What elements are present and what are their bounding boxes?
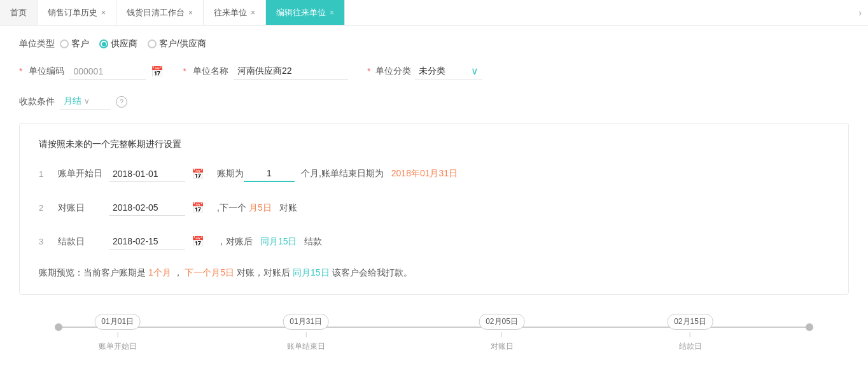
payment-terms-label: 收款条件 (19, 96, 55, 108)
period-row-2-num: 2 (39, 203, 58, 213)
radio-supplier[interactable]: 供应商 (99, 38, 137, 50)
preview-mid2: 对账，对账后 (237, 267, 290, 278)
timeline-point-1-tick (117, 332, 118, 337)
period-row-1-date[interactable] (109, 166, 185, 182)
period-row-2-label: 对账日 (58, 202, 109, 214)
tab-expand-button[interactable]: › (852, 0, 868, 25)
payment-terms-value: 月结 (64, 95, 81, 107)
timeline-point-2: 01月31日 账单结束日 (283, 314, 329, 352)
period-row-1-highlight-date: 2018年01月31日 (391, 168, 458, 179)
preview-mid1: ， (174, 267, 183, 278)
unit-code-input[interactable] (69, 64, 146, 80)
period-row-3-cal-icon[interactable]: 📅 (192, 236, 204, 248)
preview-part2: 下一个月5日 (185, 267, 234, 278)
payment-terms-group: 收款条件 月结 ∨ ? (19, 93, 127, 110)
timeline-point-4-date: 02月15日 (667, 314, 713, 330)
payment-terms-select[interactable]: 月结 ∨ (60, 93, 111, 110)
unit-type-label: 单位类型 (19, 38, 55, 50)
unit-details-row: * 单位编码 📅 * 单位名称 * 单位分类 未分类 ∨ (19, 62, 849, 80)
radio-customer-circle (60, 39, 69, 48)
timeline-point-4-tick (690, 332, 690, 337)
radio-customer[interactable]: 客户 (60, 38, 89, 50)
radio-both[interactable]: 客户/供应商 (148, 38, 206, 50)
timeline-point-4: 02月15日 结款日 (667, 314, 713, 352)
help-icon[interactable]: ? (116, 96, 127, 108)
timeline: 01月01日 账单开始日 01月31日 账单结束日 02月05日 对账日 02月… (57, 314, 811, 365)
unit-category-group: * 单位分类 未分类 ∨ (367, 62, 482, 80)
period-row-2-cal-icon[interactable]: 📅 (192, 202, 204, 214)
payment-terms-row: 收款条件 月结 ∨ ? (19, 93, 849, 110)
unit-category-label: 单位分类 (375, 66, 411, 77)
expand-icon: › (858, 8, 862, 18)
radio-supplier-label: 供应商 (111, 38, 137, 50)
period-row-3-num: 3 (39, 237, 58, 246)
tab-sales-history[interactable]: 销售订单历史 × (38, 0, 116, 25)
preview-part1: 1个月 (148, 267, 171, 278)
unit-category-star: * (367, 66, 370, 76)
preview-suffix: 该客户会给我打款。 (332, 267, 412, 278)
preview-text: 账期预览：当前客户账期是 1个月 ， 下一个月5日 对账，对账后 同月15日 该… (39, 267, 829, 279)
tab-edit-partner-close[interactable]: × (330, 8, 334, 17)
unit-code-group: * 单位编码 📅 (19, 64, 164, 80)
unit-category-value: 未分类 (419, 66, 445, 77)
unit-code-star: * (19, 66, 22, 76)
timeline-point-3: 02月05日 对账日 (479, 314, 525, 352)
period-months-input[interactable] (244, 165, 295, 182)
period-box: 请按照未来的一个完整帐期进行设置 1 账单开始日 📅 账期为 个月,账单结束日期… (19, 123, 849, 295)
tab-cash-work-close[interactable]: × (188, 8, 193, 17)
timeline-point-4-label: 结款日 (679, 341, 702, 352)
timeline-dot-left (55, 323, 62, 331)
payment-terms-arrow: ∨ (84, 97, 90, 106)
unit-name-group: * 单位名称 (183, 64, 347, 80)
period-row-3-post: 结款 (304, 236, 322, 248)
timeline-point-1-date: 01月01日 (94, 314, 141, 330)
radio-both-label: 客户/供应商 (159, 38, 206, 50)
period-row-1-suffix-pre: 账期为 (217, 168, 244, 179)
tab-cash-work[interactable]: 钱货日清工作台 × (116, 0, 204, 25)
period-row-1-num: 1 (39, 169, 58, 179)
period-row-1-suffix: 账期为 (217, 168, 244, 179)
period-row-2-highlight: 月5日 (249, 202, 272, 214)
tab-edit-partner-label: 编辑往来单位 (276, 7, 326, 18)
unit-category-select[interactable]: 未分类 ∨ (415, 62, 482, 80)
tab-bar: 首页 销售订单历史 × 钱货日清工作台 × 往来单位 × 编辑往来单位 × › (0, 0, 868, 25)
period-row-3-date[interactable] (109, 234, 185, 250)
period-row-3-suffix: ，对账后 同月15日 结款 (217, 236, 322, 248)
period-row-1-label: 账单开始日 (58, 168, 109, 179)
period-row-1-cal-icon[interactable]: 📅 (192, 168, 204, 180)
period-row-2-date[interactable] (109, 200, 185, 216)
tab-edit-partner[interactable]: 编辑往来单位 × (266, 0, 345, 25)
period-row-2-prefix: ,下一个 (217, 202, 246, 214)
period-row-1-suffix-post: 个月,账单结束日期为 2018年01月31日 (301, 168, 458, 179)
unit-name-star: * (183, 66, 186, 76)
unit-name-input[interactable] (234, 64, 348, 80)
preview-part3: 同月15日 (293, 267, 330, 278)
unit-code-cal-icon[interactable]: 📅 (151, 66, 164, 78)
timeline-dot-right (806, 323, 813, 331)
radio-both-circle (148, 39, 157, 48)
period-row-2-post: 对账 (279, 202, 297, 214)
unit-type-group: 单位类型 客户 供应商 客户/供应商 (19, 38, 206, 50)
period-row-3-label: 结款日 (58, 236, 109, 248)
timeline-point-2-date: 01月31日 (283, 314, 329, 330)
tab-home[interactable]: 首页 (0, 0, 38, 25)
period-row-1: 1 账单开始日 📅 账期为 个月,账单结束日期为 2018年01月31日 (39, 165, 829, 182)
timeline-point-3-tick (501, 332, 502, 337)
timeline-point-1: 01月01日 账单开始日 (94, 314, 141, 352)
period-row-3: 3 结款日 📅 ，对账后 同月15日 结款 (39, 234, 829, 250)
tab-cash-work-label: 钱货日清工作台 (127, 7, 185, 18)
tab-home-label: 首页 (10, 7, 27, 18)
timeline-point-2-tick (305, 332, 306, 337)
main-content: 单位类型 客户 供应商 客户/供应商 * 单位编码 (0, 25, 868, 387)
tab-sales-history-close[interactable]: × (101, 8, 106, 17)
tab-partner-units-label: 往来单位 (214, 7, 247, 18)
timeline-point-3-date: 02月05日 (479, 314, 525, 330)
unit-code-label: 单位编码 (29, 66, 64, 77)
period-row-3-highlight: 同月15日 (260, 236, 297, 248)
radio-supplier-circle (99, 39, 108, 48)
period-row-2: 2 对账日 📅 ,下一个月5日 对账 (39, 200, 829, 216)
tab-partner-units[interactable]: 往来单位 × (204, 0, 266, 25)
period-row-2-suffix: ,下一个月5日 对账 (217, 202, 297, 214)
tab-partner-units-close[interactable]: × (251, 8, 255, 17)
unit-type-row: 单位类型 客户 供应商 客户/供应商 (19, 38, 849, 50)
